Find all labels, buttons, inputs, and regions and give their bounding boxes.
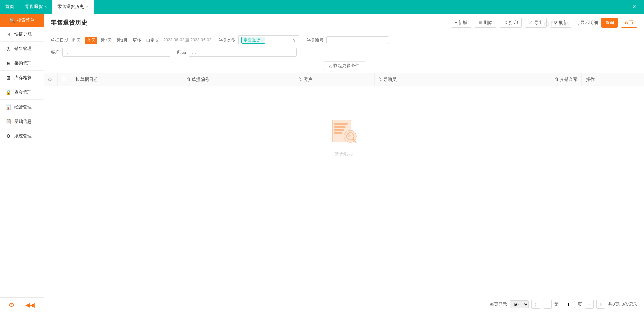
sidebar-footer: ⚙ ◀◀	[0, 297, 44, 312]
top-bar: 首页零售退货×零售退货历史× ×	[0, 0, 644, 14]
date-opt-custom[interactable]: 自定义	[145, 37, 161, 44]
goods-dots: ...	[192, 49, 196, 55]
customer-label: 客户	[51, 49, 59, 55]
goods-select[interactable]: ...	[189, 48, 297, 57]
sidebar-item-inventory[interactable]: ⊞库存核算	[0, 71, 44, 85]
page-unit: 页	[578, 301, 582, 307]
date-opt-more[interactable]: 更多	[131, 37, 143, 44]
date-opt-today[interactable]: 今天	[85, 37, 97, 44]
show-detail-checkbox[interactable]	[575, 21, 579, 25]
first-page-button[interactable]: ⟪	[531, 300, 540, 309]
doc-type-tag-text: 零售退货	[244, 37, 260, 43]
sidebar-icon-purchase-mgmt: ⊕	[5, 60, 11, 66]
sidebar-label-operation: 经营管理	[14, 104, 32, 110]
customer-dots: ...	[65, 49, 70, 55]
total-info: 共0页, 0条记录	[608, 301, 637, 307]
content-area: 零售退货历史 + 新增 🗑 删除 🖨 打印 ↗ 导出 ↺ 刷新 显示明细 查询 …	[44, 14, 644, 312]
th-customer: ⇅ 客户	[294, 73, 374, 86]
sidebar-search-button[interactable]: 🔍 搜索菜单	[0, 14, 44, 27]
sidebar-label-inventory: 库存核算	[14, 75, 32, 81]
page-size-select[interactable]: 50 100 200	[510, 300, 529, 308]
sidebar-collapse-icon[interactable]: ◀◀	[25, 301, 35, 309]
customer-select[interactable]: ...	[62, 48, 170, 57]
th-guide-label: ⇅ 导购员	[379, 77, 397, 82]
show-detail-checkbox-label[interactable]: 显示明细	[575, 20, 598, 26]
date-options: 昨天 今天 近7天 近1月 更多 自定义	[71, 37, 161, 44]
tab-close-retail-return[interactable]: ×	[45, 5, 47, 9]
next-page-button[interactable]: ›	[585, 300, 594, 309]
doc-number-label: 单据编号	[306, 37, 324, 43]
prev-page-button[interactable]: ‹	[543, 300, 552, 309]
th-doc-date-label: ⇅ 单据日期	[75, 77, 98, 82]
sidebar-item-basic-info[interactable]: 📋基础信息	[0, 114, 44, 129]
sidebar-label-system: 系统管理	[14, 133, 32, 139]
tab-home[interactable]: 首页	[0, 0, 20, 14]
date-filter-label: 单据日期	[51, 37, 68, 43]
th-actions-label: 操作	[586, 77, 595, 82]
collapse-bar: △ 收起更多条件	[51, 59, 637, 73]
page-label: 第	[554, 301, 559, 307]
doc-type-filter: 单据类型 零售退货 × ∨	[218, 35, 299, 45]
delete-button[interactable]: 🗑 删除	[475, 18, 497, 28]
svg-rect-2	[334, 126, 346, 128]
filter-row-2: 客户 ... 商品 ...	[51, 48, 637, 57]
new-button[interactable]: + 新增	[451, 18, 471, 28]
sidebar-item-purchase-mgmt[interactable]: ⊕采购管理	[0, 56, 44, 71]
th-check	[57, 73, 71, 86]
date-opt-7days[interactable]: 近7天	[99, 37, 113, 44]
settings-button[interactable]: 设置	[621, 18, 637, 28]
page-header-top: 零售退货历史 + 新增 🗑 删除 🖨 打印 ↗ 导出 ↺ 刷新 显示明细 查询 …	[51, 18, 637, 28]
tab-close-retail-return-history[interactable]: ×	[86, 5, 88, 9]
sidebar-item-finance[interactable]: 🔒资金管理	[0, 85, 44, 100]
date-opt-yesterday[interactable]: 昨天	[71, 37, 82, 44]
search-icon: 🔍	[9, 18, 15, 23]
filter-row-1: 单据日期 昨天 今天 近7天 近1月 更多 自定义 2023-06-02 至 2…	[51, 35, 637, 45]
page-title: 零售退货历史	[51, 19, 87, 27]
tab-retail-return-history[interactable]: 零售退货历史×	[52, 0, 93, 14]
filter-area: 单据日期 昨天 今天 近7天 近1月 更多 自定义 2023-06-02 至 2…	[51, 32, 637, 73]
goods-label: 商品	[177, 49, 186, 55]
table-area: ⚙ ⇅ 单据日期 ⇅ 单据编号 ⇅ 客户	[44, 73, 644, 296]
sidebar-item-operation[interactable]: 📊经营管理	[0, 100, 44, 114]
query-button[interactable]: 查询	[601, 18, 618, 28]
sidebar-label-sales-mgmt: 销售管理	[14, 46, 32, 52]
sidebar-label-finance: 资金管理	[14, 89, 32, 95]
print-button[interactable]: 🖨 打印	[500, 18, 522, 28]
refresh-button[interactable]: ↺ 刷新	[550, 18, 571, 28]
th-doc-number: ⇅ 单据编号	[183, 73, 294, 86]
collapse-button[interactable]: △ 收起更多条件	[323, 61, 365, 70]
window-close-button[interactable]: ×	[629, 3, 639, 10]
th-customer-label: ⇅ 客户	[299, 77, 312, 82]
main-layout: 🔍 搜索菜单 ⊡快捷导航◎销售管理⊕采购管理⊞库存核算🔒资金管理📊经营管理📋基础…	[0, 14, 644, 312]
date-opt-1month[interactable]: 近1月	[115, 37, 129, 44]
sidebar-icon-operation: 📊	[5, 104, 11, 110]
table-header-row: ⚙ ⇅ 单据日期 ⇅ 单据编号 ⇅ 客户	[44, 73, 644, 86]
sidebar-icon-basic-info: 📋	[5, 118, 11, 125]
sidebar-settings-icon[interactable]: ⚙	[9, 301, 14, 309]
empty-state: 暂无数据	[44, 86, 644, 184]
tab-retail-return[interactable]: 零售退货×	[20, 0, 52, 14]
doc-type-label: 单据类型	[218, 37, 236, 43]
sidebar-icon-sales-mgmt: ◎	[5, 46, 11, 52]
doc-number-input[interactable]	[326, 36, 389, 44]
sidebar-item-quick-nav[interactable]: ⊡快捷导航	[0, 27, 44, 42]
doc-type-select[interactable]: 零售退货 × ∨	[238, 35, 299, 45]
sidebar-nav: ⊡快捷导航◎销售管理⊕采购管理⊞库存核算🔒资金管理📊经营管理📋基础信息⚙系统管理	[0, 27, 44, 297]
sidebar-label-quick-nav: 快捷导航	[14, 31, 32, 37]
sidebar-item-system[interactable]: ⚙系统管理	[0, 129, 44, 143]
empty-text: 暂无数据	[335, 151, 354, 157]
doc-type-tag-remove[interactable]: ×	[261, 38, 263, 42]
export-button[interactable]: ↗ 导出	[525, 18, 547, 28]
page-number-input[interactable]	[562, 301, 575, 308]
select-all-checkbox[interactable]	[62, 77, 66, 81]
tab-list: 首页零售退货×零售退货历史×	[0, 0, 629, 14]
th-doc-number-label: ⇅ 单据编号	[187, 77, 210, 82]
sidebar-item-sales-mgmt[interactable]: ◎销售管理	[0, 42, 44, 56]
sidebar-icon-quick-nav: ⊡	[5, 31, 11, 37]
last-page-button[interactable]: ⟫	[596, 300, 605, 309]
toolbar: + 新增 🗑 删除 🖨 打印 ↗ 导出 ↺ 刷新 显示明细 查询 设置	[451, 18, 637, 28]
sidebar-icon-finance: 🔒	[5, 89, 11, 95]
doc-type-tag: 零售退货 ×	[241, 37, 265, 44]
sidebar-icon-inventory: ⊞	[5, 75, 11, 81]
settings-icon[interactable]: ⚙	[48, 77, 52, 82]
